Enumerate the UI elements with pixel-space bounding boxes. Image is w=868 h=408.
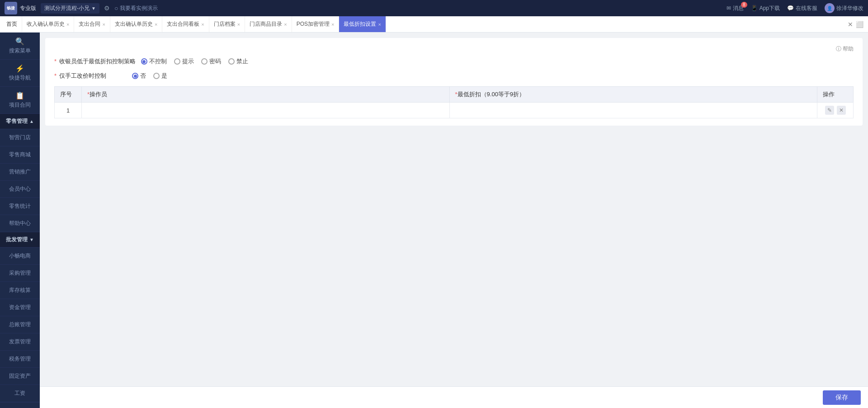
table-body: 1 ✎ (55, 103, 854, 118)
sidebar-item-payroll[interactable]: 工资 (0, 385, 40, 402)
tab-store-products-close[interactable]: × (284, 22, 287, 27)
avatar-icon: 👤 (827, 6, 832, 11)
tab-payment-confirm[interactable]: 支出确认单历史 × (110, 16, 162, 32)
tab-pos-password[interactable]: POS加密管理 × (292, 16, 340, 32)
edit-icon: ✎ (827, 107, 832, 113)
row-edit-button[interactable]: ✎ (825, 106, 834, 115)
tab-store-profile-close[interactable]: × (237, 22, 240, 27)
sidebar-settings-button[interactable]: ⚙ (0, 402, 40, 408)
min-discount-input-1[interactable] (455, 107, 812, 114)
sidebar-item-retail-stats[interactable]: 零售统计 (0, 198, 40, 215)
sidebar-label-retail: 零售管理 (6, 117, 28, 125)
radio-prompt[interactable]: 提示 (174, 57, 194, 66)
radio-prompt-circle (174, 58, 180, 65)
sidebar-label-search: 搜索菜单 (9, 47, 31, 55)
tab-min-discount-close[interactable]: × (378, 22, 381, 27)
project-name: 测试分开流程-小兄 (44, 5, 90, 12)
tab-bar: 首页 收入确认单历史 × 支出合同 × 支出确认单历史 × 支出合同看板 × 门… (0, 16, 868, 33)
tab-payment-contract[interactable]: 支出合同 × (74, 16, 110, 32)
app-download-button[interactable]: 📱 App下载 (751, 5, 780, 12)
row-action-icons: ✎ ✕ (823, 106, 848, 115)
sidebar-item-fixed-assets[interactable]: 固定资产 (0, 368, 40, 385)
discount-control-row: * 收银员低于最低折扣控制策略 不控制 提示 (54, 57, 854, 66)
manual-price-radio-group: 否 是 (132, 72, 167, 80)
sidebar-item-retail-mall[interactable]: 零售商城 (0, 146, 40, 164)
sidebar-item-inventory[interactable]: 库存核算 (0, 282, 40, 299)
table-header-row: 序号 *操作员 *最低折扣（9.00等于9折） 操作 (55, 87, 854, 103)
sidebar-item-smart-store[interactable]: 智营门店 (0, 129, 40, 146)
radio-yes-circle (153, 73, 160, 79)
logo-icon: 畅捷 (5, 2, 17, 14)
project-selector[interactable]: 测试分开流程-小兄 ▼ (41, 3, 99, 14)
tab-store-profile[interactable]: 门店档案 × (209, 16, 245, 32)
sidebar-item-ledger[interactable]: 总账管理 (0, 316, 40, 333)
row-delete-button[interactable]: ✕ (837, 106, 846, 115)
radio-forbid[interactable]: 禁止 (228, 57, 248, 66)
sidebar-label-fund: 资金管理 (9, 304, 31, 311)
tab-close-all-button[interactable]: ✕ (848, 21, 853, 28)
tab-payment-confirm-close[interactable]: × (155, 22, 157, 27)
tab-income-confirm-close[interactable]: × (66, 22, 69, 27)
support-icon: 💬 (787, 5, 794, 11)
tab-store-products-label: 门店商品目录 (250, 20, 282, 28)
cell-seq-1: 1 (55, 103, 82, 118)
sidebar-item-invoice[interactable]: 发票管理 (0, 333, 40, 351)
tab-income-confirm[interactable]: 收入确认单历史 × (22, 16, 74, 32)
sidebar-item-shortcut[interactable]: ⚡ 快捷导航 (0, 60, 40, 87)
tab-home[interactable]: 首页 (2, 16, 22, 32)
sidebar-item-purchase[interactable]: 采购管理 (0, 265, 40, 282)
sidebar-label-ledger: 总账管理 (9, 321, 31, 328)
tab-min-discount[interactable]: 最低折扣设置 × (339, 16, 386, 32)
save-button[interactable]: 保存 (823, 390, 861, 405)
sidebar-label-purchase: 采购管理 (9, 269, 31, 277)
user-avatar-area[interactable]: 👤 徐泽华修改 (825, 3, 863, 13)
sidebar-item-search[interactable]: 🔍 搜索菜单 (0, 33, 40, 60)
radio-no-control[interactable]: 不控制 (141, 57, 167, 66)
retail-collapse-arrow: ▲ (29, 119, 34, 124)
messages-button[interactable]: ✉ 消息 8 (726, 5, 744, 12)
sidebar-label-marketing: 营销推广 (9, 168, 31, 176)
tab-payment-board[interactable]: 支出合同看板 × (162, 16, 209, 32)
top-bar-right: ✉ 消息 8 📱 App下载 💬 在线客服 👤 徐泽华修改 (726, 3, 863, 13)
radio-no[interactable]: 否 (132, 72, 146, 80)
sidebar-item-retail-mgmt[interactable]: 零售管理 ▲ (0, 114, 40, 129)
sidebar-label-member: 会员中心 (9, 185, 31, 193)
sidebar-item-fund[interactable]: 资金管理 (0, 299, 40, 316)
sidebar-item-tax[interactable]: 税务管理 (0, 351, 40, 368)
cell-min-discount-1[interactable] (449, 103, 817, 118)
sidebar-item-batch-mgmt[interactable]: 批发管理 ▼ (0, 232, 40, 248)
tab-payment-contract-close[interactable]: × (102, 22, 105, 27)
page-content: ⓘ 帮助 * 收银员低于最低折扣控制策略 不控制 (40, 33, 868, 386)
cell-operator-1[interactable] (82, 103, 450, 118)
sidebar-label-tax: 税务管理 (9, 355, 31, 363)
radio-password-circle (201, 58, 208, 65)
manual-price-label: * 仅手工改价时控制 (54, 72, 127, 80)
sidebar-item-project-contract[interactable]: 📋 项目合同 (0, 87, 40, 114)
sidebar-item-help-center[interactable]: 帮助中心 (0, 215, 40, 232)
help-circle-icon: ⓘ (836, 45, 841, 53)
tab-payment-board-close[interactable]: × (201, 22, 204, 27)
sidebar-item-member-center[interactable]: 会员中心 (0, 181, 40, 198)
settings-icon[interactable]: ⚙ (104, 5, 110, 12)
help-link[interactable]: ⓘ 帮助 (836, 45, 854, 53)
radio-password[interactable]: 密码 (201, 57, 221, 66)
col-header-min-discount: *最低折扣（9.00等于9折） (449, 87, 817, 103)
tab-store-products[interactable]: 门店商品目录 × (245, 16, 292, 32)
radio-yes[interactable]: 是 (153, 72, 167, 80)
demo-link[interactable]: ○ 我要看实例演示 (114, 5, 158, 12)
tab-expand-button[interactable]: ⬜ (856, 21, 863, 28)
download-icon: 📱 (751, 5, 758, 11)
message-icon: ✉ (726, 5, 731, 11)
sidebar-label-project: 项目合同 (9, 101, 31, 109)
bottom-bar: 保存 (40, 386, 868, 408)
tab-store-profile-label: 门店档案 (214, 20, 236, 28)
sidebar: 🔍 搜索菜单 ⚡ 快捷导航 📋 项目合同 零售管理 ▲ 智营门店 零售商城 营销… (0, 33, 40, 408)
sidebar-item-ecommerce[interactable]: 小畅电商 (0, 248, 40, 265)
col-header-seq: 序号 (55, 87, 82, 103)
operator-input-1[interactable] (87, 107, 444, 114)
project-dropdown-arrow: ▼ (91, 6, 96, 11)
sidebar-label-shortcut: 快捷导航 (9, 74, 31, 82)
tab-pos-password-close[interactable]: × (331, 22, 334, 27)
online-support-button[interactable]: 💬 在线客服 (787, 5, 817, 12)
sidebar-item-marketing[interactable]: 营销推广 (0, 164, 40, 181)
